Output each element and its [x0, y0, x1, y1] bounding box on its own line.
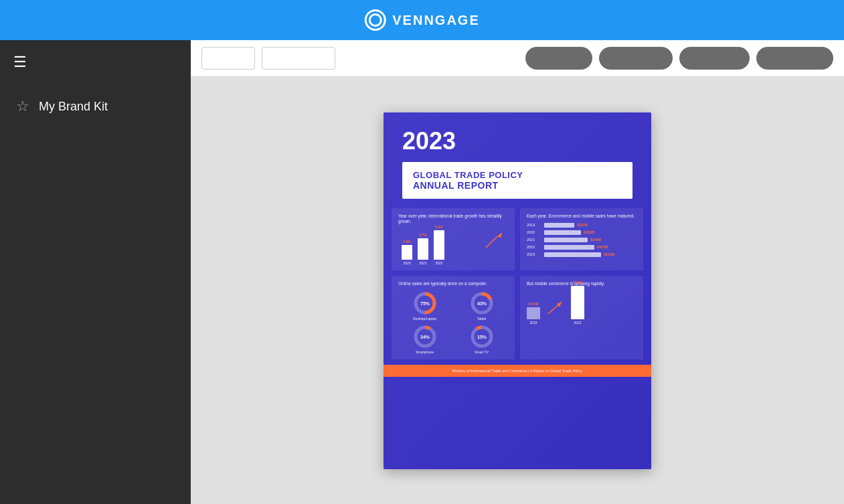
hbar-row-2021: 2021 $340B: [527, 238, 637, 242]
ig-title-box: GLOBAL TRADE POLICY ANNUAL REPORT: [402, 162, 632, 199]
donut-smartphone-ring: 34%: [413, 325, 437, 349]
bar-2021: 3.7% 2021: [418, 233, 428, 265]
svg-text:34%: 34%: [420, 335, 430, 339]
bar-2022: 5.2% 2022: [434, 225, 444, 265]
toolbar-pill-btn-4[interactable]: [756, 47, 833, 70]
bar-2020: 2.5% 2020: [402, 240, 412, 265]
ig-section2-title: Each year, Ecommerce and mobile sales ha…: [527, 214, 637, 219]
ig-section-hbar: Each year, Ecommerce and mobile sales ha…: [520, 208, 643, 271]
hbar-row-2020: 2020 $280B: [527, 230, 637, 235]
donut-tablet-ring: 43%: [470, 291, 494, 315]
svg-text:43%: 43%: [477, 301, 487, 306]
ig-section1-title: Year over year, international trade grow…: [398, 214, 508, 225]
hbar-bar-2020: [544, 230, 581, 235]
ig-section-donuts: Online sales are typically done on a com…: [392, 276, 515, 359]
toolbar-pill-btn-2[interactable]: [599, 47, 673, 70]
donut-grid: 75% Desktop/Laptop: [398, 291, 508, 354]
donut-smartphone: 34% Smartphone: [398, 325, 451, 354]
bar-2022-rect: [434, 230, 444, 260]
layout: ☰ ☆ My Brand Kit 2023: [0, 40, 844, 504]
mini-bar-chart: $133B 2015 $745B: [527, 291, 637, 325]
donut-smarttv: 15% Smart TV: [455, 325, 508, 354]
hbar-row-2022: 2022 $410B: [527, 245, 637, 250]
brand-kit-label: My Brand Kit: [39, 100, 108, 114]
logo-text: VENNGAGE: [392, 13, 479, 28]
ig-year: 2023: [384, 112, 651, 155]
toolbar-rect-btn-1[interactable]: [201, 47, 255, 70]
bar-2021-year: 2021: [419, 261, 426, 265]
hbar-chart: 2019 $237B 2020 $280B 2021: [527, 223, 637, 257]
ig-section-minibar: But mobile commerce is growing rapidly. …: [520, 276, 643, 359]
bar-2021-label: 3.7%: [419, 233, 426, 237]
toolbar-rect-btn-2[interactable]: [262, 47, 335, 70]
bar-2022-label: 5.2%: [435, 225, 442, 229]
bar-2020-year: 2020: [403, 261, 410, 265]
toolbar-pill-btn-3[interactable]: [679, 47, 750, 70]
bar-2020-label: 2.5%: [403, 240, 410, 244]
mini-bar-trend-arrow-icon: [545, 298, 566, 318]
donut-tablet-caption: Tablet: [477, 317, 486, 321]
main-content: 2023 GLOBAL TRADE POLICY ANNUAL REPORT Y…: [191, 40, 844, 504]
hbar-row-2023: 2023 $530B: [527, 252, 637, 257]
hbar-bar-2021: [544, 238, 588, 242]
hbar-bar-2022: [544, 245, 594, 250]
venngage-logo-icon: [364, 9, 386, 31]
logo-area: VENNGAGE: [364, 9, 479, 31]
sidebar: ☰ ☆ My Brand Kit: [0, 40, 191, 504]
svg-marker-14: [557, 302, 562, 307]
donut-desktop-caption: Desktop/Laptop: [413, 317, 436, 321]
donut-tablet: 43% Tablet: [455, 291, 508, 321]
hbar-bar-2023: [544, 252, 601, 257]
svg-marker-0: [498, 233, 502, 238]
donut-smarttv-ring: 15%: [470, 325, 494, 349]
ig-footer: Ministry of International Trade and Comm…: [384, 365, 651, 377]
canvas-area: 2023 GLOBAL TRADE POLICY ANNUAL REPORT Y…: [191, 77, 844, 504]
ig-bottom-sections: Online sales are typically done on a com…: [389, 273, 646, 361]
mini-bar-2015-rect: [527, 307, 540, 319]
bar-2020-rect: [402, 245, 412, 260]
trend-arrow-icon: [485, 232, 505, 250]
bar-2022-year: 2022: [435, 261, 442, 265]
bar-2021-rect: [418, 238, 428, 260]
star-icon: ☆: [16, 98, 29, 115]
ig-section-bar: Year over year, international trade grow…: [392, 208, 515, 271]
bar-chart-left: 2.5% 2020 3.7% 2021: [398, 228, 508, 265]
ig-section3-title: Online sales are typically done on a com…: [398, 281, 508, 286]
donut-smartphone-caption: Smartphone: [416, 350, 434, 354]
ig-footer-text: Ministry of International Trade and Comm…: [394, 369, 641, 373]
donut-desktop: 75% Desktop/Laptop: [398, 291, 451, 321]
hbar-row-2019: 2019 $237B: [527, 223, 637, 228]
mini-bar-2022-rect: [571, 286, 584, 319]
ig-top-sections: Year over year, international trade grow…: [389, 205, 646, 274]
hamburger-menu-button[interactable]: ☰: [0, 47, 40, 78]
mini-bar-2015: $133B 2015: [527, 302, 540, 325]
svg-text:75%: 75%: [420, 301, 430, 306]
svg-text:15%: 15%: [477, 335, 487, 339]
donut-smarttv-caption: Smart TV: [475, 350, 489, 354]
toolbar-pill-btn-1[interactable]: [525, 47, 592, 70]
donut-desktop-ring: 75%: [413, 291, 437, 315]
toolbar: [191, 40, 844, 77]
ig-title-line1: GLOBAL TRADE POLICY: [413, 170, 622, 180]
topbar: VENNGAGE: [0, 0, 844, 40]
hbar-bar-2019: [544, 223, 574, 228]
ig-title-line2: ANNUAL REPORT: [413, 180, 622, 191]
infographic-card: 2023 GLOBAL TRADE POLICY ANNUAL REPORT Y…: [384, 112, 651, 469]
mini-bar-2022: $745B 2022: [571, 280, 584, 325]
sidebar-item-brand-kit[interactable]: ☆ My Brand Kit: [0, 84, 191, 129]
